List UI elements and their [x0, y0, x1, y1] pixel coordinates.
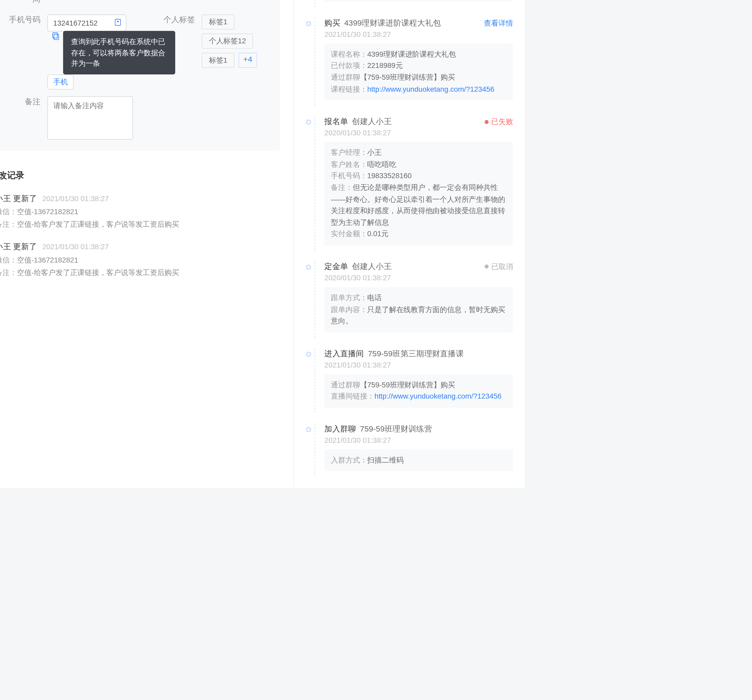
- view-detail-link[interactable]: 查看详情: [484, 18, 513, 28]
- timeline-item: 进入直播间759-59班第三期理财直播课2021/01/30 01:38:27通…: [306, 348, 513, 413]
- timeline-item: 定金单创建人小王已完成2020/01/30 01:38:27跟单方式：电话跟单内…: [306, 0, 513, 7]
- contacts-icon[interactable]: [113, 18, 123, 27]
- timeline-item: 加入群聊759-59班理财训练营2021/01/30 01:38:27入群方式：…: [306, 423, 513, 477]
- mod-log-item: 小王 更新了2021/01/30 01:38:27微信：空值-136721828…: [0, 237, 280, 285]
- svg-point-5: [117, 21, 118, 22]
- svg-rect-6: [54, 34, 59, 40]
- ptags-more[interactable]: +4: [239, 53, 257, 68]
- timeline-item: 定金单创建人小王已取消2020/01/30 01:38:27跟单方式：电话跟单内…: [306, 261, 513, 338]
- phone-tooltip: 查询到此手机号码在系统中已存在，可以将两条客户数据合并为一条: [63, 31, 175, 74]
- mod-log-item: 小王 更新了2021/01/30 01:38:27微信：空值-136721828…: [0, 189, 280, 237]
- personal-tag: 标签1: [202, 53, 235, 68]
- phone-action-link[interactable]: 手机: [47, 75, 74, 90]
- personal-tag: 标签1: [202, 14, 235, 30]
- remark-textarea[interactable]: [47, 96, 133, 140]
- copy-icon[interactable]: [51, 32, 60, 41]
- timeline-item: 购买4399理财课进阶课程大礼包查看详情2021/01/30 01:38:27课…: [306, 17, 513, 106]
- timeline-item: 报名单创建人小王已失败2020/01/30 01:38:27客户经理：小王客户姓…: [306, 116, 513, 251]
- svg-rect-7: [53, 33, 57, 38]
- section-modification-log: 修改记录: [0, 170, 24, 181]
- personal-tag: 个人标签12: [202, 33, 253, 48]
- customer-detail-panel: 微信名称6789990000966 昵称： 小王 | 客户经理： 张三▴ 师馨薇…: [0, 0, 525, 488]
